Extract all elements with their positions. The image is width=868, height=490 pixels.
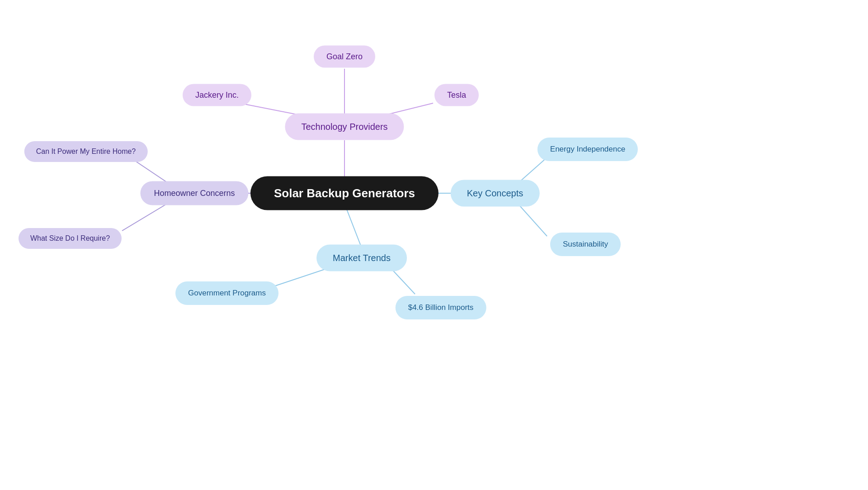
tech-providers-node[interactable]: Technology Providers [285, 114, 404, 140]
imports-node[interactable]: $4.6 Billion Imports [396, 296, 486, 319]
market-trends-node[interactable]: Market Trends [316, 245, 407, 271]
energy-independence-node[interactable]: Energy Independence [538, 138, 638, 161]
goal-zero-node[interactable]: Goal Zero [314, 46, 375, 68]
gov-programs-node[interactable]: Government Programs [175, 281, 278, 305]
homeowner-concerns-node[interactable]: Homeowner Concerns [140, 181, 248, 205]
sustainability-node[interactable]: Sustainability [550, 233, 621, 256]
tesla-node[interactable]: Tesla [434, 84, 479, 106]
key-concepts-node[interactable]: Key Concepts [451, 180, 540, 207]
center-node[interactable]: Solar Backup Generators [250, 176, 439, 210]
mind-map-container: Solar Backup Generators Technology Provi… [0, 0, 868, 490]
connections-svg [0, 0, 868, 490]
svg-line-7 [344, 204, 362, 248]
svg-line-6 [122, 201, 172, 231]
jackery-node[interactable]: Jackery Inc. [183, 84, 251, 106]
size-node[interactable]: What Size Do I Require? [19, 228, 122, 249]
power-home-node[interactable]: Can It Power My Entire Home? [24, 141, 148, 162]
